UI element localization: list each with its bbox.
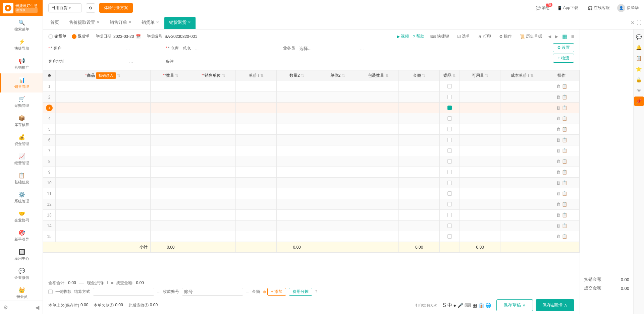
cell-amount-5[interactable]: [399, 124, 440, 135]
cell-unit2-8[interactable]: [317, 156, 358, 167]
cell-cost-5[interactable]: [500, 124, 544, 135]
cell-amount-8[interactable]: [399, 156, 440, 167]
cell-unit-5[interactable]: [191, 124, 236, 135]
sidebar-item-marketing[interactable]: 📢 营销推广: [0, 54, 43, 73]
copy-icon-7[interactable]: 📋: [562, 148, 567, 153]
cell-qty-10[interactable]: [150, 178, 191, 188]
cell-cost-14[interactable]: [500, 221, 544, 231]
gift-checkbox-4[interactable]: [447, 116, 452, 121]
right-panel-icon-4[interactable]: ⭐: [634, 64, 644, 74]
cell-unit2-9[interactable]: [317, 167, 358, 178]
cell-cost-8[interactable]: [500, 156, 544, 167]
customer-input[interactable]: [63, 45, 124, 52]
right-panel-icon-7[interactable]: 📌: [634, 97, 644, 106]
cell-packqty-15[interactable]: [358, 231, 399, 242]
cell-unit2-15[interactable]: [317, 231, 358, 242]
cell-qty2-12[interactable]: [276, 199, 317, 210]
copy-icon-8[interactable]: 📋: [562, 159, 567, 164]
sidebar-item-search[interactable]: 🔍 搜索菜单: [0, 16, 43, 35]
cell-qty-14[interactable]: [150, 221, 191, 231]
cell-unit-3[interactable]: [191, 103, 236, 113]
bottom-tool-1[interactable]: 中: [447, 302, 452, 308]
cell-available-6[interactable]: [460, 135, 500, 145]
price-sort-icon[interactable]: ⇅: [260, 73, 264, 78]
th-settings[interactable]: ⚙: [43, 70, 56, 81]
cell-available-2[interactable]: [460, 92, 500, 103]
sidebar-item-operations[interactable]: 📈 经营管理: [0, 150, 43, 169]
tab-price-settings-close[interactable]: ✕: [97, 20, 100, 24]
sidebar-collapse-icon[interactable]: ◀: [35, 304, 39, 311]
right-panel-icon-3[interactable]: 📋: [634, 54, 644, 63]
cell-amount-15[interactable]: [399, 231, 440, 242]
prev-record-icon[interactable]: ◀: [548, 34, 551, 39]
cell-price-15[interactable]: [236, 231, 277, 242]
cell-qty-15[interactable]: [150, 231, 191, 242]
cell-gift-14[interactable]: [439, 221, 460, 231]
cell-price-2[interactable]: [236, 92, 277, 103]
remarks-input[interactable]: [176, 58, 276, 65]
cell-gift-7[interactable]: [439, 145, 460, 156]
cell-qty2-2[interactable]: [276, 92, 317, 103]
cell-cost-15[interactable]: [500, 231, 544, 242]
bottom-tool-7[interactable]: 🌐: [485, 303, 491, 308]
cell-unit2-13[interactable]: [317, 210, 358, 221]
cell-gift-4[interactable]: [439, 113, 460, 124]
copy-icon-5[interactable]: 📋: [562, 127, 567, 132]
cell-gift-5[interactable]: [439, 124, 460, 135]
sidebar-item-inventory[interactable]: 📦 库存核算: [0, 112, 43, 131]
cell-qty2-9[interactable]: [276, 167, 317, 178]
cell-product-12[interactable]: [56, 199, 151, 210]
cell-qty-6[interactable]: [150, 135, 191, 145]
account-dots[interactable]: ...: [246, 290, 249, 294]
cell-available-3[interactable]: [460, 103, 500, 113]
cell-amount-10[interactable]: [399, 178, 440, 188]
bottom-tool-3[interactable]: 🎤: [458, 303, 463, 308]
cell-unit-14[interactable]: [191, 221, 236, 231]
cell-qty2-14[interactable]: [276, 221, 317, 231]
cell-cost-10[interactable]: [500, 178, 544, 188]
cell-product-6[interactable]: [56, 135, 151, 145]
cell-unit-12[interactable]: [191, 199, 236, 210]
cell-amount-14[interactable]: [399, 221, 440, 231]
tab-sales-order[interactable]: 销售订单 ✕: [105, 17, 136, 29]
copy-icon-2[interactable]: 📋: [562, 95, 567, 100]
tab-fullscreen-icon[interactable]: ⛶: [637, 20, 641, 25]
cell-product-7[interactable]: [56, 145, 151, 156]
sidebar-settings-icon[interactable]: ⚙: [3, 304, 8, 311]
delete-icon-3[interactable]: 🗑: [556, 105, 560, 110]
radio-sales[interactable]: 销货单: [48, 34, 66, 39]
sidebar-item-finance[interactable]: 💰 资金管理: [0, 131, 43, 150]
customer-dots[interactable]: ...: [126, 46, 130, 51]
sidebar-item-shortcut[interactable]: ⚡ 快捷导航: [0, 35, 43, 54]
action-operate[interactable]: ⚙ 操作: [497, 33, 514, 40]
delete-icon-12[interactable]: 🗑: [556, 202, 560, 207]
right-panel-icon-6[interactable]: 👁: [634, 86, 644, 95]
cell-unit2-14[interactable]: [317, 221, 358, 231]
cell-packqty-10[interactable]: [358, 178, 399, 188]
cell-product-9[interactable]: [56, 167, 151, 178]
gift-checkbox-13[interactable]: [447, 213, 452, 217]
cell-available-4[interactable]: [460, 113, 500, 124]
user-menu[interactable]: 👤 徐泽华: [617, 4, 639, 12]
cell-price-3[interactable]: [236, 103, 277, 113]
cell-unit2-11[interactable]: [317, 188, 358, 199]
cell-packqty-9[interactable]: [358, 167, 399, 178]
cell-unit-9[interactable]: [191, 167, 236, 178]
message-button[interactable]: 💬 消息 70: [536, 5, 550, 11]
settlement-method-input[interactable]: [93, 288, 154, 296]
customer-address-dots[interactable]: ...: [129, 59, 133, 64]
customer-address-input[interactable]: [66, 58, 127, 65]
delete-icon-10[interactable]: 🗑: [556, 180, 560, 185]
right-panel-icon-2[interactable]: 🔔: [634, 43, 644, 52]
cell-cost-4[interactable]: [500, 113, 544, 124]
copy-icon-14[interactable]: 📋: [562, 223, 567, 228]
price-info-icon[interactable]: ℹ: [258, 74, 259, 77]
cell-unit2-12[interactable]: [317, 199, 358, 210]
cell-packqty-6[interactable]: [358, 135, 399, 145]
cell-qty-7[interactable]: [150, 145, 191, 156]
cell-product-10[interactable]: [56, 178, 151, 188]
cell-gift-6[interactable]: [439, 135, 460, 145]
cell-price-7[interactable]: [236, 145, 277, 156]
sidebar-item-new-guide[interactable]: 🎯 新手引导: [0, 226, 43, 245]
cell-available-8[interactable]: [460, 156, 500, 167]
